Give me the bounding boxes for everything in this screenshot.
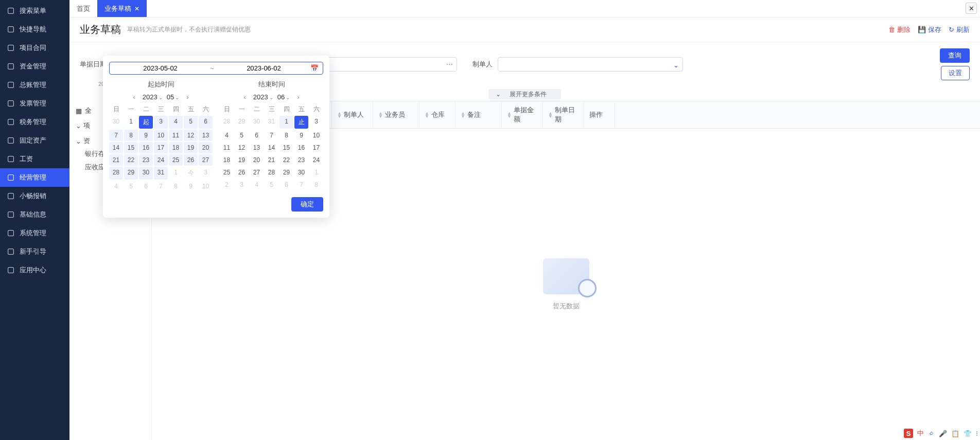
day-cell[interactable]: 28 [109,167,123,180]
day-cell[interactable]: 起 [139,116,153,129]
day-cell[interactable]: 1 [309,167,323,178]
tab-业务草稿[interactable]: 业务草稿✕ [97,0,147,17]
sidebar-item-guide[interactable]: 新手引导 [0,242,69,261]
day-cell[interactable]: 12 [235,142,249,153]
ime-icon[interactable]: ꩜ [928,430,935,437]
day-cell[interactable]: 27 [250,167,264,178]
next-month-button[interactable]: › [183,92,191,102]
sidebar-item-app[interactable]: 应用中心 [0,261,69,279]
more-icon[interactable]: ⁝ [976,430,978,437]
sidebar-item-search[interactable]: 搜索菜单 [0,2,69,20]
left-year[interactable]: 2023 [143,93,163,101]
day-cell[interactable]: 1 [124,116,138,129]
day-cell[interactable]: 21 [109,154,123,166]
prev-month-button[interactable]: ‹ [240,92,249,102]
day-cell[interactable]: 14 [265,142,278,153]
column-header[interactable]: ▲▼备注 [456,101,502,128]
keyboard-icon[interactable]: 📋 [951,430,959,437]
unit-picker-icon[interactable]: ⋯ [446,60,453,68]
day-cell[interactable]: 30 [294,167,308,178]
day-cell[interactable]: 7 [154,181,168,192]
day-cell[interactable]: 29 [235,116,249,129]
day-cell[interactable]: 24 [154,154,168,166]
save-button[interactable]: 💾保存 [918,25,941,34]
tab-首页[interactable]: 首页 [69,0,97,17]
sidebar-item-asset[interactable]: 固定资产 [0,131,69,150]
close-icon[interactable]: ✕ [134,5,139,12]
sidebar-item-reimb[interactable]: 小畅报销 [0,187,69,205]
day-cell[interactable]: 今 [184,167,198,180]
day-cell[interactable]: 12 [184,130,198,141]
day-cell[interactable]: 14 [109,142,123,153]
day-cell[interactable]: 9 [139,130,153,141]
refresh-button[interactable]: ↻刷新 [949,25,970,34]
day-cell[interactable]: 8 [279,130,293,141]
ime-mode[interactable]: 中 [917,429,924,438]
day-cell[interactable]: 19 [235,154,249,166]
end-date-input[interactable] [217,64,310,72]
close-icon[interactable]: ✕ [966,3,977,14]
day-cell[interactable]: 15 [279,142,293,153]
all-category[interactable]: 全 [85,106,92,115]
day-cell[interactable]: 28 [265,167,278,178]
day-cell[interactable]: 3 [235,179,249,190]
day-cell[interactable]: 26 [184,154,198,166]
sort-icon[interactable]: ▲▼ [507,112,512,118]
day-cell[interactable]: 8 [124,130,138,141]
prev-month-button[interactable]: ‹ [130,92,138,102]
sidebar-item-nav[interactable]: 快捷导航 [0,20,69,39]
delete-button[interactable]: 🗑删除 [888,25,911,34]
mic-icon[interactable]: 🎤 [939,430,947,437]
column-header[interactable]: ▲▼单据金额 [502,101,543,128]
column-header[interactable]: ▲▼制单人 [332,101,373,128]
day-cell[interactable]: 22 [124,154,138,166]
day-cell[interactable]: 28 [220,116,234,129]
sidebar-item-tax[interactable]: 税务管理 [0,113,69,131]
day-cell[interactable]: 25 [169,154,183,166]
day-cell[interactable]: 1 [279,116,293,129]
day-cell[interactable]: 止 [294,116,308,129]
day-cell[interactable]: 10 [154,130,168,141]
day-cell[interactable]: 16 [139,142,153,153]
day-cell[interactable]: 6 [139,181,153,192]
day-cell[interactable]: 10 [199,181,213,192]
sidebar-item-ledger[interactable]: 总账管理 [0,76,69,94]
day-cell[interactable]: 9 [184,181,198,192]
day-cell[interactable]: 20 [199,142,213,153]
sort-icon[interactable]: ▲▼ [461,112,465,118]
day-cell[interactable]: 21 [265,154,278,166]
day-cell[interactable]: 15 [124,142,138,153]
chevron-down-icon[interactable]: ⌄ [673,61,679,69]
sidebar-item-contract[interactable]: 项目合同 [0,39,69,57]
sidebar-item-base[interactable]: 基础信息 [0,205,69,224]
day-cell[interactable]: 6 [279,179,293,190]
day-cell[interactable]: 18 [169,142,183,153]
sort-icon[interactable]: ▲▼ [548,112,553,118]
day-cell[interactable]: 8 [169,181,183,192]
day-cell[interactable]: 8 [309,179,323,190]
day-cell[interactable]: 3 [199,167,213,180]
sidebar-item-sys[interactable]: 系统管理 [0,224,69,242]
day-cell[interactable]: 20 [250,154,264,166]
ime-logo-icon[interactable]: S [904,429,913,438]
day-cell[interactable]: 25 [220,167,234,178]
sidebar-item-fund[interactable]: 资金管理 [0,57,69,76]
day-cell[interactable]: 10 [309,130,323,141]
day-cell[interactable]: 9 [294,130,308,141]
day-cell[interactable]: 7 [265,130,278,141]
next-month-button[interactable]: › [294,92,302,102]
day-cell[interactable]: 30 [250,116,264,129]
start-date-input[interactable] [114,64,207,72]
day-cell[interactable]: 29 [124,167,138,180]
day-cell[interactable]: 19 [184,142,198,153]
day-cell[interactable]: 5 [235,130,249,141]
left-month[interactable]: 05 [167,93,179,101]
sidebar-item-biz[interactable]: 经营管理 [0,168,69,187]
day-cell[interactable]: 22 [279,154,293,166]
sort-icon[interactable]: ▲▼ [425,112,429,118]
maker-input[interactable] [498,57,683,72]
day-cell[interactable]: 23 [294,154,308,166]
day-cell[interactable]: 5 [124,181,138,192]
day-cell[interactable]: 16 [294,142,308,153]
day-cell[interactable]: 1 [169,167,183,180]
